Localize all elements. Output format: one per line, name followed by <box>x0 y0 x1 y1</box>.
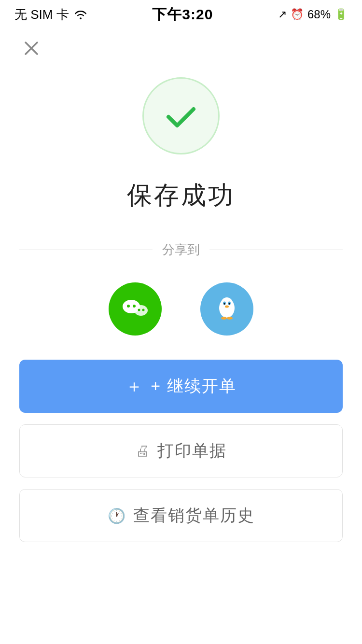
action-buttons: ＋ + 继续开单 🖨 打印单据 🕐 查看销货单历史 <box>0 360 362 542</box>
share-label: 分享到 <box>153 241 209 258</box>
share-icons <box>19 282 343 336</box>
success-title: 保存成功 <box>127 179 235 212</box>
location-icon: ↗ <box>278 8 287 21</box>
checkmark-icon <box>162 97 200 135</box>
history-label: 查看销货单历史 <box>133 504 255 527</box>
svg-point-4 <box>127 305 130 308</box>
history-button[interactable]: 🕐 查看销货单历史 <box>19 489 343 542</box>
svg-point-3 <box>134 305 148 316</box>
status-time: 下午3:20 <box>152 5 213 25</box>
battery-label: 68% <box>307 8 331 21</box>
svg-point-14 <box>225 305 229 308</box>
plus-icon: ＋ <box>125 375 144 398</box>
svg-point-16 <box>227 317 233 320</box>
share-divider: 分享到 <box>19 241 343 258</box>
qq-share-button[interactable] <box>200 282 253 336</box>
qq-icon <box>211 294 243 325</box>
svg-point-5 <box>133 305 136 308</box>
share-section: 分享到 <box>0 241 362 336</box>
divider-right <box>209 250 343 250</box>
wifi-icon <box>74 10 87 19</box>
svg-point-15 <box>221 317 227 320</box>
success-circle <box>142 77 220 154</box>
svg-point-12 <box>223 303 225 305</box>
wechat-share-button[interactable] <box>109 282 162 336</box>
close-button[interactable] <box>19 36 43 60</box>
sim-label: 无 SIM 卡 <box>14 6 69 23</box>
continue-button[interactable]: ＋ + 继续开单 <box>19 360 343 413</box>
close-icon <box>23 40 40 57</box>
history-icon: 🕐 <box>108 507 126 524</box>
svg-point-6 <box>138 308 140 311</box>
status-bar: 无 SIM 卡 下午3:20 ↗ ⏰ 68% 🔋 <box>0 0 362 29</box>
status-right: ↗ ⏰ 68% 🔋 <box>278 8 348 21</box>
battery-icon: 🔋 <box>334 8 348 21</box>
svg-point-7 <box>142 308 144 311</box>
print-label: 打印单据 <box>157 440 227 462</box>
alarm-icon: ⏰ <box>291 8 304 21</box>
divider-left <box>19 250 153 250</box>
continue-label: + 继续开单 <box>151 375 236 397</box>
svg-point-13 <box>228 303 230 305</box>
print-button[interactable]: 🖨 打印单据 <box>19 424 343 477</box>
print-icon: 🖨 <box>135 443 151 459</box>
main-content: 保存成功 分享到 <box>0 29 362 542</box>
status-left: 无 SIM 卡 <box>14 6 87 23</box>
wechat-icon <box>120 296 151 322</box>
